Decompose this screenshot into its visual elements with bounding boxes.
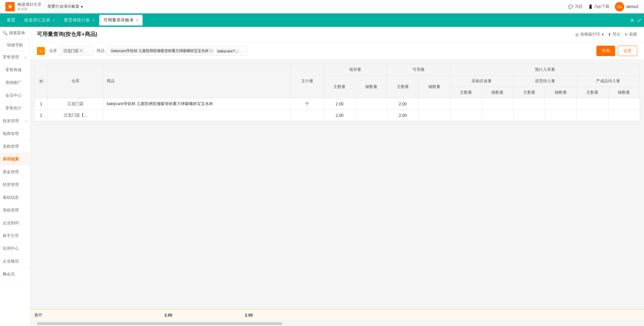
col-import-pending-header: 进货待入量 (514, 76, 577, 87)
app-subtitle: 标准版 (17, 7, 42, 11)
query-button[interactable]: 查询 (596, 46, 615, 56)
col-product-pending-header: 产成品待入量 (577, 76, 640, 87)
col-settings: ⚙ (35, 64, 48, 98)
cell-product-aux (608, 98, 640, 110)
window-close-button[interactable]: ✕ (630, 17, 634, 24)
cell-import-aux (545, 110, 577, 121)
warehouse-tag: 江北门店 ✕ (62, 48, 84, 54)
cell-import-main (514, 98, 545, 110)
col-available-header: 可用量 (387, 64, 450, 76)
cell-product-main (577, 110, 608, 121)
chevron-icon: ▾ (25, 119, 27, 123)
cell-current-aux (355, 110, 387, 121)
sidebar-item-retail-mgmt[interactable]: 零售管理 ▲ (0, 51, 30, 64)
product-more[interactable]: ... (241, 49, 244, 53)
product-filter: 商品 babycare学饮杯 儿童防摔防撞吸管杯重力球吸嘴杯宝宝水杯 ✕ bab… (97, 46, 247, 55)
sidebar-item-basic-info[interactable]: 基础信息 (0, 191, 30, 204)
sidebar-search[interactable]: 🔍 搜索菜单 (0, 27, 30, 40)
sidebar-item-wholesale-mgmt[interactable]: 批发管理 ▾ (0, 115, 30, 128)
top-bar-right: 💬 消息 📱 App下载 Ea demo2 (568, 2, 639, 11)
sidebar-item-new-guide[interactable]: 新手引导 (0, 230, 30, 242)
cell-purchase-main (450, 98, 482, 110)
message-button[interactable]: 💬 消息 (568, 4, 583, 9)
col-available-main: 主数量 (387, 76, 419, 98)
main-layout: 🔍 搜索菜单 快捷导航 零售管理 ▲ 零售商城 营销推广 会员中心 零售统计 批… (0, 27, 644, 326)
filter-toggle-button[interactable]: » (37, 47, 45, 55)
product-tag-remove[interactable]: ✕ (210, 49, 213, 53)
sidebar-item-system-mgmt[interactable]: 系统管理 (0, 204, 30, 217)
warehouse-filter: 仓库 江北门店 ✕ ... (49, 46, 93, 55)
app-logo: 畅 (5, 2, 15, 11)
sidebar-item-retail-mall[interactable]: 零售商城 (0, 64, 30, 77)
sidebar-item-enterprise-collab[interactable]: 企业协同 (0, 217, 30, 230)
cell-current-aux (355, 98, 387, 110)
sidebar: 🔍 搜索菜单 快捷导航 零售管理 ▲ 零售商城 营销推广 会员中心 零售统计 批… (0, 27, 30, 326)
product-tag-2: babycare?... (216, 49, 239, 53)
sidebar-item-member-center[interactable]: 会员中心 (0, 89, 30, 102)
cell-purchase-main (450, 110, 482, 121)
product-tag-1: babycare学饮杯 儿童防摔防撞吸管杯重力球吸嘴杯宝宝水杯 ✕ (110, 48, 214, 54)
col-current-stock-header: 现存量 (324, 64, 387, 76)
refresh-button[interactable]: ↻ 刷新 (625, 32, 637, 37)
table-settings-icon[interactable]: ⚙ (39, 79, 44, 84)
table-footer: 合计 2.00 2.00 (30, 309, 644, 321)
nav-window-controls: ✕ ⤢ (630, 17, 641, 24)
warehouse-more[interactable]: ... (86, 49, 89, 53)
tab-kyld[interactable]: 可用量库存账本 ✕ (99, 15, 143, 26)
col-product-main: 主数量 (577, 87, 608, 98)
tab-kyld-close[interactable]: ✕ (136, 18, 139, 22)
col-purchase-main: 主数量 (450, 87, 482, 98)
tab-shfd[interactable]: 收发存汇总表 ✕ (20, 15, 59, 26)
setting-button[interactable]: 设置 (618, 46, 637, 56)
username-label: demo2 (626, 4, 639, 9)
sidebar-quick-nav[interactable]: 快捷导航 (0, 40, 30, 51)
table-row: 2 江北门店【... 2.00 2.00 (35, 110, 640, 121)
cell-purchase-aux (482, 98, 513, 110)
warehouse-input[interactable]: 江北门店 ✕ ... (59, 46, 93, 55)
tab-shfd-close[interactable]: ✕ (52, 18, 55, 22)
user-profile[interactable]: Ea demo2 (615, 2, 639, 11)
col-current-aux: 辅数量 (355, 76, 387, 98)
sidebar-item-retail-stats[interactable]: 零售统计 (0, 102, 30, 115)
col-current-main: 主数量 (324, 76, 355, 98)
sidebar-item-enterprise-wechat[interactable]: 企业微信 (0, 255, 30, 268)
account-selector[interactable]: 母婴行业演示账套 ▾ (44, 2, 86, 11)
nav-tabs: 首页 收发存汇总表 ✕ 要货单统计表 ✕ 可用量库存账本 ✕ ✕ ⤢ (0, 13, 644, 27)
col-warehouse-header: 仓库 (48, 64, 103, 98)
product-label: 商品 (97, 48, 105, 54)
export-button[interactable]: ⬆ 导出 (608, 32, 621, 37)
sidebar-item-marketing[interactable]: 营销推广 (0, 77, 30, 89)
col-available-aux: 辅数量 (419, 76, 450, 98)
search-icon: 🔍 (3, 31, 8, 36)
window-expand-button[interactable]: ⤢ (637, 17, 641, 24)
tab-yffd[interactable]: 要货单统计表 ✕ (60, 15, 99, 26)
footer-available-main: 2.00 (229, 313, 269, 318)
sidebar-item-ecommerce-mgmt[interactable]: 电商管理 (0, 128, 30, 140)
footer-available-aux (269, 313, 309, 318)
warehouse-tag-remove[interactable]: ✕ (79, 49, 83, 53)
app-download-button[interactable]: 📱 App下载 (588, 4, 609, 9)
cell-available-aux (419, 110, 450, 121)
tab-home[interactable]: 首页 (3, 15, 19, 26)
sidebar-item-purchase-mgmt[interactable]: 采购管理 (0, 140, 30, 153)
sidebar-item-vip-member[interactable]: 畅会员 (0, 268, 30, 281)
sidebar-item-finance-mgmt[interactable]: 资金管理 (0, 166, 30, 179)
tab-yffd-close[interactable]: ✕ (92, 18, 95, 22)
sidebar-item-app-center[interactable]: 应用中心 (0, 242, 30, 255)
product-input[interactable]: babycare学饮杯 儿童防摔防撞吸管杯重力球吸嘴杯宝宝水杯 ✕ babyca… (107, 46, 247, 55)
avatar: Ea (615, 2, 624, 11)
cell-product (103, 110, 290, 121)
content-area: 可用量查询(按仓库+商品) 🖨 按模板打印 ▾ ⬆ 导出 ↻ 刷新 (30, 27, 644, 326)
sidebar-item-inventory-check[interactable]: 库存核算 (0, 153, 30, 166)
footer-placeholder (88, 313, 148, 318)
filter-bar: » 仓库 江北门店 ✕ ... 商品 babycare学饮杯 儿童防摔防撞吸管杯… (30, 42, 644, 60)
print-template-button[interactable]: 🖨 按模板打印 ▾ (575, 32, 604, 37)
cell-product-main (577, 98, 608, 110)
cell-unit (290, 110, 324, 121)
cell-product-aux (608, 110, 640, 121)
cell-no: 2 (35, 110, 48, 121)
filter-actions: 查询 设置 (596, 46, 637, 56)
sidebar-item-operations-mgmt[interactable]: 经营管理 (0, 179, 30, 191)
page-actions: 🖨 按模板打印 ▾ ⬆ 导出 ↻ 刷新 (575, 32, 637, 37)
col-import-main: 主数量 (514, 87, 545, 98)
